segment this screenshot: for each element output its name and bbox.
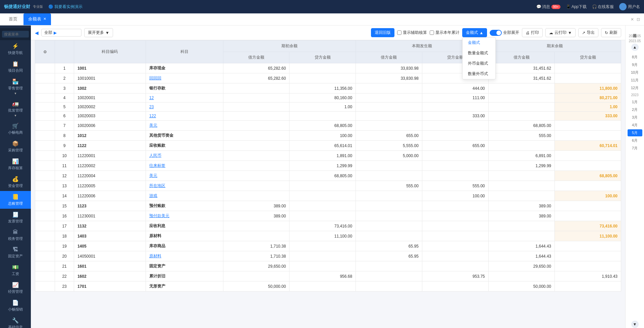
month-item[interactable]: 10月	[628, 69, 642, 76]
sidebar-item-invoice[interactable]: 🧾 发票管理	[0, 209, 31, 226]
refresh-btn[interactable]: ↻ 刷新	[601, 28, 621, 37]
row-name[interactable]: 预付账款	[146, 201, 223, 211]
row-name[interactable]: 所在地区	[146, 181, 223, 191]
row-name[interactable]: 122	[146, 112, 223, 121]
tab-expand[interactable]: ⊡	[637, 17, 640, 22]
dropdown-item-foreign-amount[interactable]: 外币金额式	[463, 58, 495, 69]
sidebar-item-report[interactable]: 📄 小畅报销	[0, 297, 31, 315]
month-item[interactable]: 5月	[628, 129, 642, 136]
row-name[interactable]: 人民币	[146, 151, 223, 161]
demo-link[interactable]: 🔵 我要看实例演示	[48, 4, 83, 10]
expand-more-btn[interactable]: 展开更多 ▼	[84, 28, 113, 37]
table-row: 1111220002往来标签1,299.991,299.99	[35, 161, 621, 171]
toggle-switch-control[interactable]	[490, 30, 502, 36]
sidebar-item-ecommerce[interactable]: 🛒 小畅电商	[0, 120, 31, 138]
cloud-print-btn[interactable]: ☁ 云打印 ▼	[545, 28, 576, 37]
row-name[interactable]: 美元	[146, 171, 223, 181]
dropdown-item-qty-amount[interactable]: 数量金额式	[463, 48, 495, 58]
dropdown-item-amount[interactable]: 金额式	[463, 38, 495, 48]
user-avatar[interactable]: 用户名	[619, 3, 640, 10]
nav-down[interactable]: ▼	[631, 321, 639, 328]
online-service-btn[interactable]: 🎧 在线客服	[592, 4, 614, 10]
month-item[interactable]: 12月	[628, 84, 642, 91]
dropdown-item-qty-foreign[interactable]: 数量外币式	[463, 69, 495, 79]
tab-home[interactable]: 首页	[4, 13, 22, 25]
back-icon[interactable]: ◀	[35, 30, 39, 36]
expand-all-toggle[interactable]: 全部展开	[490, 30, 519, 36]
tab-close-icon[interactable]: ✕	[43, 17, 46, 21]
period-nav-up[interactable]: ▲	[631, 44, 639, 51]
nav-up[interactable]: ▲	[631, 44, 639, 51]
row-name[interactable]: 银行存款	[146, 83, 223, 93]
month-item[interactable]: 8月	[628, 54, 642, 61]
row-credit-close	[555, 261, 621, 271]
messages-btn[interactable]: 💬 消息 99+	[536, 4, 560, 10]
amount-mode-btn[interactable]: 金额式 ▲	[462, 28, 487, 37]
sidebar-item-operations[interactable]: 📈 经营管理	[0, 279, 31, 297]
sidebar-item-project[interactable]: 📋 项目合同	[0, 58, 31, 76]
sidebar-item-purchase[interactable]: 📦 采购管理	[0, 138, 31, 155]
period-select-title[interactable]: 期间选择	[632, 28, 637, 34]
month-item[interactable]: 1月	[628, 99, 642, 106]
row-name[interactable]: 其他货币资金	[146, 131, 223, 141]
month-item[interactable]: 4月	[628, 122, 642, 129]
print-btn[interactable]: 🖨 打印	[522, 28, 543, 37]
row-name[interactable]: 12	[146, 93, 223, 103]
row-name[interactable]: 原材料	[146, 251, 223, 261]
cloud-icon: ☁	[549, 30, 553, 35]
row-name[interactable]: 库存商品	[146, 241, 223, 251]
search-arrow-icon[interactable]: ▶	[54, 30, 57, 35]
settings-icon[interactable]: ⚙	[43, 50, 47, 54]
show-auxiliary-checkbox[interactable]	[397, 30, 401, 35]
sidebar-item-capital[interactable]: 💰 资金管理	[0, 173, 31, 191]
row-code: 14050001	[74, 251, 146, 261]
back-old-btn[interactable]: 退回旧版	[371, 28, 394, 37]
row-name[interactable]: 库存现金	[146, 63, 223, 73]
sidebar-item-wholesale[interactable]: 🚛 批发管理 ▼	[0, 98, 31, 120]
account-search-box[interactable]: 全部 ▶	[41, 29, 82, 37]
right-panel: 期间选择 2023.05 2023.05 ▲ 8月9月10月11月12月2023…	[625, 25, 644, 328]
row-name[interactable]: 应收账款	[146, 141, 223, 151]
sidebar-item-assets[interactable]: 🏗 固定资产	[0, 244, 31, 261]
row-name[interactable]: 固定资产	[146, 261, 223, 271]
row-name[interactable]: 游戏	[146, 191, 223, 201]
row-name[interactable]: 回回回	[146, 73, 223, 83]
sidebar-item-retail[interactable]: 🏪 零售管理 ▼	[0, 76, 31, 98]
tab-close-all[interactable]: ✕	[631, 17, 634, 22]
sidebar-item-salary[interactable]: 💵 工资	[0, 261, 31, 279]
show-ytd-checkbox[interactable]	[430, 30, 434, 35]
month-item[interactable]: 6月	[628, 137, 642, 144]
export-btn[interactable]: ↗ 导出	[578, 28, 598, 37]
search-input[interactable]	[2, 31, 29, 38]
row-name[interactable]: 累计折旧	[146, 271, 223, 281]
sidebar-item-inventory[interactable]: 📊 库存核算	[0, 155, 31, 173]
sidebar-item-ledger[interactable]: 📒 总账管理	[0, 191, 31, 209]
sidebar-item-tax[interactable]: 🏛 税务管理	[0, 226, 31, 244]
row-name[interactable]: 预付款美元	[146, 211, 223, 221]
messages-badge: 99+	[551, 5, 560, 9]
sidebar-item-quicknav[interactable]: ⚡ 快捷导航	[0, 40, 31, 58]
row-name[interactable]: 23	[146, 103, 223, 112]
amount-mode-dropdown[interactable]: 金额式 ▲ 金额式 数量金额式 外币金额式 数量外币式	[462, 28, 487, 37]
row-name[interactable]: 原材料	[146, 231, 223, 241]
month-item[interactable]: 3月	[628, 114, 642, 121]
show-ytd-label[interactable]: 显示本年累计	[430, 30, 460, 36]
month-item[interactable]: 11月	[628, 77, 642, 84]
show-auxiliary-label[interactable]: 显示辅助核算	[397, 30, 427, 36]
sidebar-search-box[interactable]	[0, 28, 31, 40]
row-name[interactable]: 美元	[146, 121, 223, 131]
month-item[interactable]: 2月	[628, 106, 642, 113]
month-item[interactable]: 2023	[628, 92, 642, 98]
month-item[interactable]: 9月	[628, 61, 642, 68]
sidebar-item-base[interactable]: 🔧 基础信息	[0, 315, 31, 328]
tab-balance[interactable]: 余额表 ✕	[23, 13, 51, 25]
period-year-start: 2023.05	[627, 34, 642, 39]
month-item[interactable]: 7月	[628, 145, 642, 152]
row-name[interactable]: 无形资产	[146, 281, 223, 291]
col-settings-header[interactable]: ⚙	[35, 41, 55, 63]
col-credit-open: 贷方金额	[289, 52, 356, 63]
row-name[interactable]: 应收利息	[146, 221, 223, 231]
app-download-btn[interactable]: 📱 App下载	[566, 4, 587, 10]
period-nav-down[interactable]: ▼	[631, 321, 639, 328]
row-name[interactable]: 往来标签	[146, 161, 223, 171]
